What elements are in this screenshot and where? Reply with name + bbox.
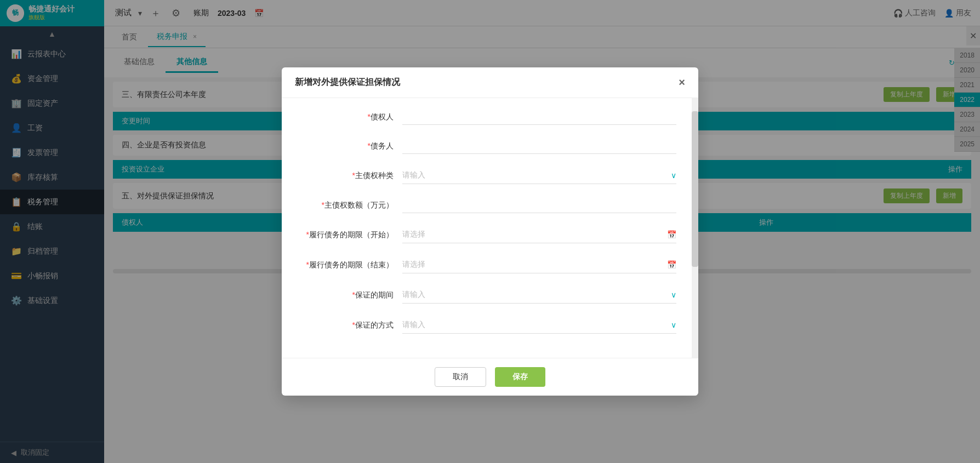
save-button[interactable]: 保存: [495, 367, 545, 387]
claim-type-label: *主债权种类: [304, 171, 402, 181]
form-row-period-start: *履行债务的期限（开始） 请选择 📅: [304, 226, 676, 243]
modal-header: 新增对外提供保证担保情况 ×: [282, 67, 698, 98]
period-end-calendar-icon: 📅: [667, 260, 676, 269]
period-start-calendar-icon: 📅: [667, 230, 676, 239]
form-row-debtor: *债务人: [304, 138, 676, 154]
creditor-label: *债权人: [304, 112, 402, 122]
guarantee-method-select[interactable]: 请输入 ∨: [402, 317, 676, 334]
modal-body: *债权人 *债务人 *主债权种类 请输入 ∨: [282, 98, 698, 358]
debtor-label: *债务人: [304, 141, 402, 151]
form-row-guarantee-period: *保证的期间 请输入 ∨: [304, 287, 676, 304]
claim-amount-input[interactable]: [402, 197, 676, 213]
guarantee-period-placeholder: 请输入: [402, 290, 425, 300]
guarantee-method-placeholder: 请输入: [402, 320, 425, 330]
period-start-placeholder: 请选择: [402, 230, 425, 239]
guarantee-period-select[interactable]: 请输入 ∨: [402, 287, 676, 304]
form-row-creditor: *债权人: [304, 109, 676, 125]
claim-type-required-mark: *: [352, 171, 355, 180]
cancel-button[interactable]: 取消: [435, 367, 486, 387]
period-end-required-mark: *: [306, 260, 309, 269]
guarantee-method-required-mark: *: [352, 321, 355, 329]
claim-type-chevron-icon: ∨: [671, 171, 676, 180]
guarantee-period-required-mark: *: [352, 290, 355, 299]
period-start-date[interactable]: 请选择 📅: [402, 226, 676, 243]
modal-dialog: 新增对外提供保证担保情况 × *债权人 *债务人 *主债权种类: [282, 67, 698, 396]
period-end-placeholder: 请选择: [402, 260, 425, 270]
claim-type-placeholder: 请输入: [402, 170, 425, 180]
form-row-guarantee-method: *保证的方式 请输入 ∨: [304, 317, 676, 334]
period-end-date[interactable]: 请选择 📅: [402, 256, 676, 273]
creditor-input[interactable]: [402, 109, 676, 125]
claim-amount-label: *主债权数额（万元）: [304, 201, 402, 210]
claim-type-select[interactable]: 请输入 ∨: [402, 167, 676, 184]
creditor-required-mark: *: [368, 112, 371, 121]
period-start-label: *履行债务的期限（开始）: [304, 230, 402, 240]
modal-scrollbar-thumb: [692, 111, 698, 267]
claim-amount-required-mark: *: [322, 201, 324, 209]
period-start-required-mark: *: [306, 230, 309, 239]
modal-scrollbar-track[interactable]: [692, 98, 698, 358]
guarantee-method-label: *保证的方式: [304, 321, 402, 330]
form-row-period-end: *履行债务的期限（结束） 请选择 📅: [304, 256, 676, 273]
period-end-label: *履行债务的期限（结束）: [304, 260, 402, 270]
debtor-input[interactable]: [402, 138, 676, 154]
guarantee-period-chevron-icon: ∨: [671, 290, 676, 299]
modal-overlay: 新增对外提供保证担保情况 × *债权人 *债务人 *主债权种类: [0, 0, 980, 463]
debtor-required-mark: *: [368, 141, 371, 150]
form-row-claim-type: *主债权种类 请输入 ∨: [304, 167, 676, 184]
guarantee-period-label: *保证的期间: [304, 290, 402, 300]
form-row-claim-amount: *主债权数额（万元）: [304, 197, 676, 213]
modal-title: 新增对外提供保证担保情况: [295, 77, 400, 88]
modal-footer: 取消 保存: [282, 358, 698, 396]
modal-close-button[interactable]: ×: [679, 76, 685, 89]
guarantee-method-chevron-icon: ∨: [671, 321, 676, 329]
